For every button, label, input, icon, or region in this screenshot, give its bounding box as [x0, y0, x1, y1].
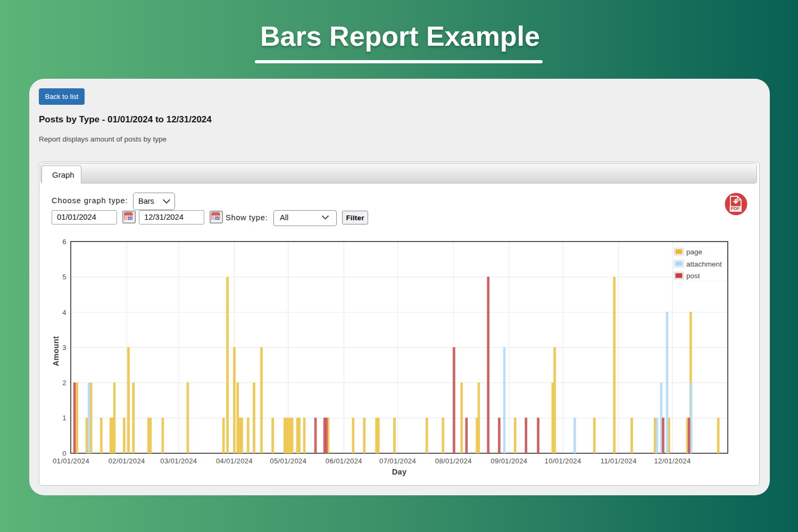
- svg-text:04/01/2024: 04/01/2024: [216, 457, 253, 465]
- svg-text:Day: Day: [392, 468, 407, 476]
- svg-text:3: 3: [62, 344, 66, 352]
- svg-text:2: 2: [62, 379, 66, 387]
- svg-text:11/01/2024: 11/01/2024: [601, 457, 637, 465]
- svg-text:07/01/2024: 07/01/2024: [379, 457, 416, 465]
- svg-text:6: 6: [62, 238, 66, 246]
- svg-text:03/01/2024: 03/01/2024: [160, 457, 197, 465]
- svg-text:1: 1: [62, 414, 66, 422]
- svg-text:01/01/2024: 01/01/2024: [53, 457, 89, 465]
- svg-text:06/01/2024: 06/01/2024: [326, 457, 362, 465]
- svg-text:02/01/2024: 02/01/2024: [109, 457, 145, 465]
- svg-text:4: 4: [62, 309, 66, 317]
- svg-text:PDF: PDF: [731, 206, 740, 211]
- svg-text:09/01/2024: 09/01/2024: [491, 457, 527, 465]
- svg-text:12/01/2024: 12/01/2024: [654, 457, 691, 465]
- svg-text:0: 0: [62, 450, 66, 458]
- svg-text:08/01/2024: 08/01/2024: [435, 457, 472, 465]
- svg-text:attachment: attachment: [686, 260, 722, 268]
- svg-text:10/01/2024: 10/01/2024: [545, 457, 581, 465]
- svg-text:Amount: Amount: [52, 336, 60, 367]
- svg-text:page: page: [686, 248, 702, 256]
- svg-text:05/01/2024: 05/01/2024: [270, 457, 306, 465]
- svg-text:5: 5: [62, 273, 66, 281]
- svg-text:post: post: [686, 272, 700, 280]
